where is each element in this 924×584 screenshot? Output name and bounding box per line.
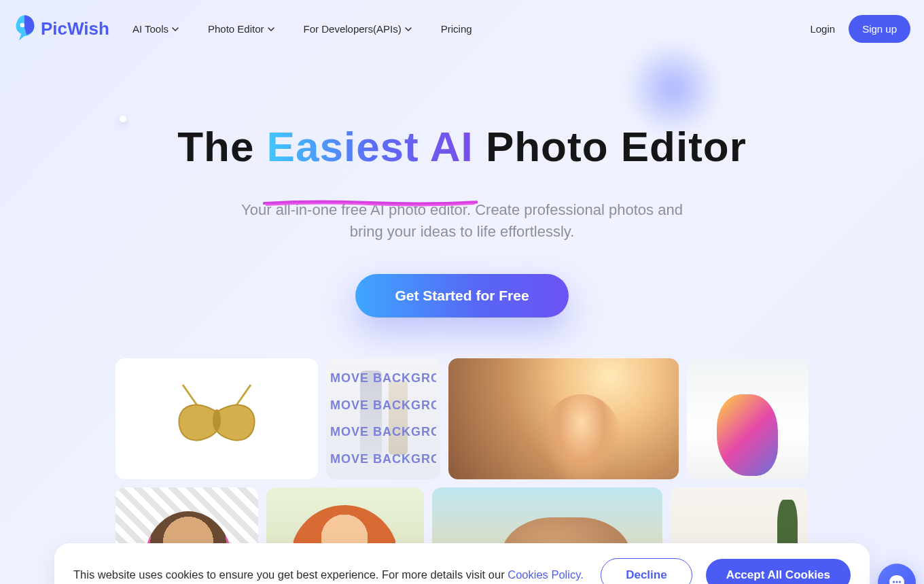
- hero-title-highlight: Easiest AI: [267, 122, 474, 171]
- cookies-policy-link[interactable]: Cookies Policy.: [508, 568, 584, 581]
- nav-ai-tools[interactable]: AI Tools: [132, 23, 179, 35]
- gallery-tile-watermark[interactable]: MOVE BACKGROU MOVE BACKGROU MOVE BACKGRO…: [326, 358, 440, 479]
- svg-point-3: [896, 581, 898, 583]
- gallery-tile-festival[interactable]: [448, 358, 679, 479]
- watermark-text: MOVE BACKGROU MOVE BACKGROU MOVE BACKGRO…: [326, 358, 440, 479]
- nav-label: Photo Editor: [208, 23, 264, 35]
- hero-title-prefix: The: [177, 123, 266, 170]
- hero-subtitle-line2: bring your ideas to life effortlessly.: [350, 223, 575, 240]
- svg-point-1: [213, 409, 221, 431]
- logo-text: PicWish: [41, 18, 109, 39]
- header-auth: Login Sign up: [810, 15, 910, 43]
- nav-label: AI Tools: [132, 23, 168, 35]
- get-started-button[interactable]: Get Started for Free: [355, 274, 568, 317]
- gallery-tile-necklace[interactable]: [116, 358, 318, 479]
- watermark-line: MOVE BACKGROU: [330, 425, 436, 439]
- main-nav: AI Tools Photo Editor For Developers(API…: [132, 23, 472, 35]
- chat-button[interactable]: [878, 564, 916, 584]
- chevron-down-icon: [267, 25, 275, 33]
- cookie-decline-button[interactable]: Decline: [601, 558, 692, 584]
- hero-title: The Easiest AI Photo Editor: [177, 122, 747, 171]
- gallery-row: MOVE BACKGROU MOVE BACKGROU MOVE BACKGRO…: [116, 358, 808, 479]
- nav-label: For Developers(APIs): [304, 23, 402, 35]
- cookie-accept-button[interactable]: Accept All Cookies: [706, 559, 851, 584]
- login-link[interactable]: Login: [810, 23, 835, 35]
- chat-icon: [887, 573, 906, 584]
- watermark-line: MOVE BACKGROU: [330, 452, 436, 466]
- nav-photo-editor[interactable]: Photo Editor: [208, 23, 275, 35]
- logo[interactable]: PicWish: [14, 14, 109, 43]
- nav-label: Pricing: [441, 23, 472, 35]
- hero-title-suffix: Photo Editor: [474, 123, 747, 170]
- cookie-banner: This website uses cookies to ensure you …: [54, 543, 870, 584]
- svg-point-0: [20, 23, 24, 27]
- chevron-down-icon: [171, 25, 179, 33]
- site-header: PicWish AI Tools Photo Editor For Develo…: [0, 0, 924, 57]
- svg-point-2: [893, 581, 895, 583]
- watermark-line: MOVE BACKGROU: [330, 398, 436, 413]
- cookie-message: This website uses cookies to ensure you …: [73, 568, 508, 581]
- highlight-underline-icon: [263, 168, 478, 175]
- watermark-line: MOVE BACKGROU: [330, 371, 436, 385]
- logo-icon: [14, 14, 35, 43]
- nav-for-developers[interactable]: For Developers(APIs): [304, 23, 412, 35]
- butterfly-icon: [116, 358, 318, 479]
- nav-pricing[interactable]: Pricing: [441, 23, 472, 35]
- hero-highlight-text: Easiest AI: [267, 123, 474, 170]
- gallery-tile-skier[interactable]: [687, 358, 808, 479]
- signup-button[interactable]: Sign up: [849, 15, 910, 43]
- hero: The Easiest AI Photo Editor Your all-in-…: [0, 57, 924, 317]
- cookie-text: This website uses cookies to ensure you …: [73, 566, 587, 583]
- chevron-down-icon: [404, 25, 412, 33]
- svg-point-4: [899, 581, 901, 583]
